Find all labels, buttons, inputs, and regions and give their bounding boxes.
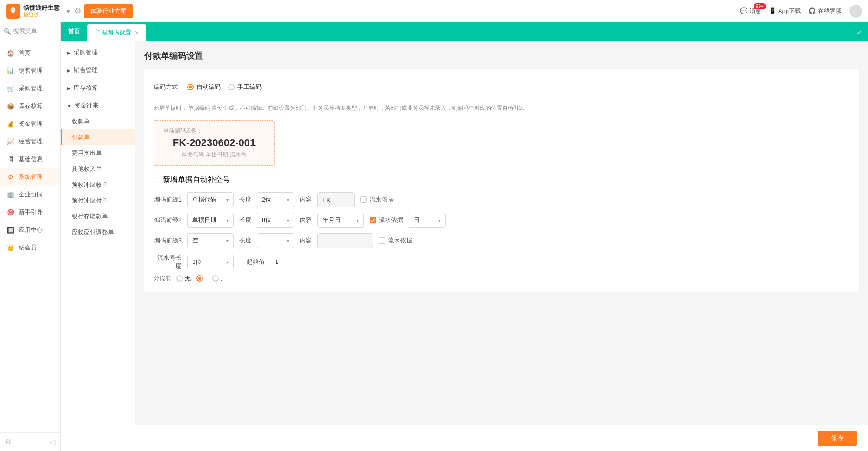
- serial1-checkbox[interactable]: [360, 196, 367, 203]
- inner-layout: ▶ 采购管理 ▶ 销售管理 ▶ 库存核算: [61, 41, 868, 425]
- system-icon: ⚙: [7, 173, 15, 181]
- tab-minimize-btn[interactable]: －: [845, 27, 853, 37]
- sidebar-item-label: 畅会员: [19, 243, 37, 252]
- sep-dot-label: .: [221, 275, 222, 282]
- save-button[interactable]: 保存: [818, 431, 857, 446]
- brand-name: 畅捷通好生意: [23, 4, 60, 12]
- auto-code-radio[interactable]: [187, 84, 194, 90]
- group-label: 采购管理: [74, 48, 98, 57]
- content1-value: FK: [317, 192, 355, 207]
- sub-nav-prepay-receivable[interactable]: 预收冲应收单: [61, 177, 135, 193]
- serial2-checkbox[interactable]: [370, 217, 376, 223]
- guide-icon: 🎯: [7, 208, 15, 216]
- sidebar-item-label: 基础信息: [19, 155, 43, 163]
- sep-dash-radio[interactable]: [196, 275, 203, 282]
- sub-nav-group-finance-title[interactable]: ▼ 资金往来: [61, 98, 135, 114]
- sidebar-item-home[interactable]: 🏠 首页: [0, 44, 60, 62]
- message-icon: 💬: [740, 7, 747, 14]
- auto-fill-checkbox[interactable]: [154, 177, 160, 183]
- sub-nav-expense[interactable]: 费用支出单: [61, 145, 135, 161]
- settings-bottom-btn[interactable]: ⚙: [5, 438, 11, 446]
- content1-label: 内容: [300, 195, 312, 204]
- serial3-checkbox[interactable]: [379, 237, 385, 244]
- sidebar-item-finance[interactable]: 💰 资金管理: [0, 115, 60, 133]
- sales-icon: 📊: [7, 67, 15, 75]
- length3-select[interactable]: ▾: [257, 233, 294, 248]
- sep-dot-option[interactable]: .: [212, 275, 222, 282]
- message-item[interactable]: 💬 消息 99+: [740, 7, 761, 15]
- main-panel: 付款单编码设置 编码方式 自动编码 手工编码: [135, 41, 868, 425]
- prefix3-select[interactable]: 空 ▾: [187, 233, 234, 248]
- page-title: 付款单编码设置: [144, 50, 859, 61]
- sidebar-item-operations[interactable]: 📈 经营管理: [0, 133, 60, 150]
- sidebar-item-enterprise[interactable]: 🏢 企业协同: [0, 186, 60, 203]
- sub-nav-bank-deposit[interactable]: 银行存取款单: [61, 209, 135, 224]
- sub-nav-group-sales-title[interactable]: ▶ 销售管理: [61, 62, 135, 78]
- experience-btn[interactable]: 体验行业方案: [84, 4, 133, 18]
- sidebar-item-guide[interactable]: 🎯 新手引导: [0, 203, 60, 221]
- sub-nav-prepay-payable[interactable]: 预付冲应付单: [61, 193, 135, 209]
- sidebar-search[interactable]: 🔍 搜索菜单: [0, 22, 60, 40]
- sidebar-item-label: 首页: [19, 49, 31, 57]
- top-bar: 畅捷通好生意 插组版 ▼ ⚙ 体验行业方案 💬 消息 99+ 📱 App下载 🎧…: [0, 0, 868, 22]
- sidebar-item-purchase[interactable]: 🛒 采购管理: [0, 80, 60, 97]
- prefix2-select[interactable]: 单据日期 ▾: [187, 213, 234, 228]
- separator-label: 分隔符: [154, 274, 172, 283]
- search-inner[interactable]: 🔍 搜索菜单: [4, 27, 56, 35]
- prefix1-select[interactable]: 单据代码 ▾: [187, 192, 234, 207]
- serial2-unit-select[interactable]: 日 ▾: [409, 213, 446, 228]
- length2-label: 长度: [239, 216, 251, 224]
- user-avatar[interactable]: [849, 5, 862, 18]
- sub-nav-receipts[interactable]: 收款单: [61, 114, 135, 129]
- sidebar-item-base[interactable]: 🗄 基础信息: [0, 150, 60, 168]
- manual-code-option[interactable]: 手工编码: [228, 83, 262, 91]
- collapse-sidebar-btn[interactable]: ◁: [50, 438, 55, 446]
- service-label: 在线客服: [818, 7, 842, 15]
- sep-dash-option[interactable]: -: [196, 275, 207, 282]
- sub-nav-other-income[interactable]: 其他收入单: [61, 161, 135, 177]
- sep-none-radio[interactable]: [176, 275, 183, 282]
- tab-home[interactable]: 首页: [61, 22, 87, 41]
- prefix1-row: 编码前缀1 单据代码 ▾ 长度 2位 ▾ 内容: [154, 192, 849, 207]
- tab-encoding-label: 单据编码设置: [95, 28, 131, 37]
- length2-select[interactable]: 8位 ▾: [257, 213, 294, 228]
- prefix1-value: 单据代码: [192, 195, 216, 204]
- nav-arrow-btn[interactable]: ▼: [65, 7, 72, 15]
- sub-sidebar: ▶ 采购管理 ▶ 销售管理 ▶ 库存核算: [61, 41, 135, 425]
- content2-select[interactable]: 年月日 ▾: [317, 213, 364, 228]
- sub-nav-payments[interactable]: 付款单: [61, 129, 135, 145]
- sub-nav-group-inventory: ▶ 库存核算: [61, 80, 135, 96]
- sidebar-item-system[interactable]: ⚙ 系统管理: [0, 168, 60, 186]
- sub-nav-group-purchase-title[interactable]: ▶ 采购管理: [61, 45, 135, 61]
- serial-length-select[interactable]: 3位 ▾: [187, 255, 234, 269]
- sep-dot-radio[interactable]: [212, 275, 219, 282]
- sub-nav-group-inventory-title[interactable]: ▶ 库存核算: [61, 80, 135, 96]
- length1-value: 2位: [262, 195, 271, 204]
- settings-gear-btn[interactable]: ⚙: [74, 7, 81, 15]
- sidebar-item-apps[interactable]: 🔲 应用中心: [0, 221, 60, 239]
- separator-radios: 无 - .: [176, 274, 222, 283]
- sidebar-item-label: 新手引导: [19, 208, 43, 216]
- sidebar-item-member[interactable]: 👑 畅会员: [0, 239, 60, 256]
- length1-select[interactable]: 2位 ▾: [257, 192, 294, 207]
- service-item[interactable]: 🎧 在线客服: [808, 7, 842, 15]
- separator-row: 分隔符 无 - .: [154, 274, 849, 283]
- app-download-item[interactable]: 📱 App下载: [769, 7, 801, 15]
- serial2-checkbox-group: 流水依据: [370, 216, 403, 224]
- sidebar-item-sales[interactable]: 📊 销售管理: [0, 62, 60, 80]
- tab-expand-btn[interactable]: ⤢: [856, 27, 862, 36]
- sidebar-item-inventory[interactable]: 📦 库存核算: [0, 97, 60, 115]
- sub-nav-group-finance: ▼ 资金往来 收款单 付款单 费用支出单 其他收入单: [61, 98, 135, 240]
- sidebar-item-label: 资金管理: [19, 120, 43, 128]
- message-badge: 99+: [754, 3, 766, 9]
- manual-code-radio[interactable]: [228, 84, 235, 90]
- group-label: 库存核算: [74, 84, 98, 92]
- prefix1-label: 编码前缀1: [154, 195, 182, 204]
- sep-none-option[interactable]: 无: [176, 274, 191, 283]
- auto-code-option[interactable]: 自动编码: [187, 83, 221, 91]
- start-value-input[interactable]: 1: [270, 255, 308, 269]
- tab-close-icon[interactable]: ×: [135, 29, 139, 36]
- purchase-icon: 🛒: [7, 84, 15, 93]
- tab-encoding[interactable]: 单据编码设置 ×: [87, 24, 146, 41]
- sub-nav-adjust[interactable]: 应收应付调整单: [61, 224, 135, 240]
